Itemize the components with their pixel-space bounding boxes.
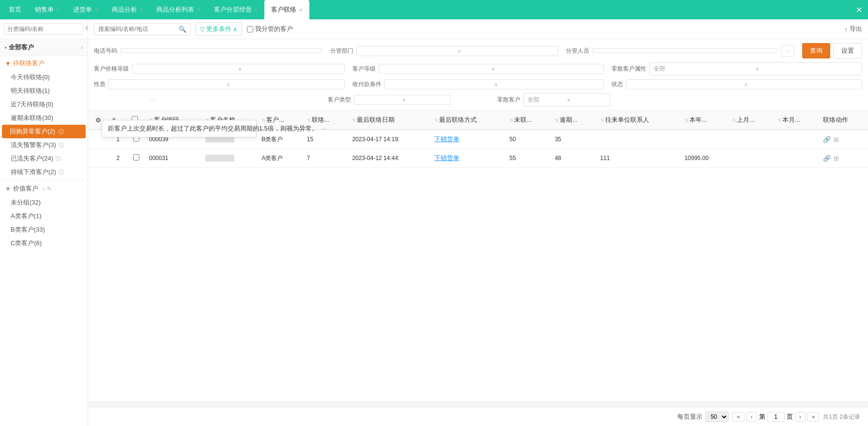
arrow-icon: ▼ bbox=[5, 60, 11, 67]
sidebar-item-class-b[interactable]: B类客户(33) bbox=[0, 223, 88, 236]
total-info: 共1页 2条记录 bbox=[823, 413, 860, 421]
customer-type-field: 客户类型 ∨ bbox=[328, 95, 451, 105]
page-input[interactable] bbox=[767, 412, 785, 422]
gender-select[interactable]: ∨ bbox=[108, 79, 345, 89]
nav-purchase[interactable]: 进货单 × bbox=[66, 0, 105, 19]
phone-input[interactable] bbox=[120, 48, 322, 53]
status-field: 状态 ∨ bbox=[611, 79, 862, 89]
row-category: A类客户 bbox=[258, 149, 303, 168]
sidebar-item-class-c[interactable]: C类客户(6) bbox=[0, 236, 88, 250]
manager-field: 分管人员 ··· bbox=[566, 45, 794, 57]
sidebar-item-class-a[interactable]: A类客户(1) bbox=[0, 209, 88, 223]
last-page-button[interactable]: » bbox=[807, 412, 820, 422]
sidebar-value-group[interactable]: ▼ 价值客户 ○ ✎ bbox=[0, 181, 88, 196]
manager-dots-button[interactable]: ··· bbox=[781, 45, 794, 57]
close-icon[interactable]: × bbox=[197, 7, 200, 13]
manager-input[interactable] bbox=[592, 48, 778, 53]
sidebar-item-loss-warning[interactable]: 流失预警客户(3) ⓘ bbox=[0, 138, 88, 152]
close-icon[interactable]: × bbox=[255, 7, 258, 13]
expand-btn[interactable]: › bbox=[81, 44, 83, 50]
row-check[interactable] bbox=[128, 149, 145, 168]
tooltip-dots: ··· bbox=[321, 125, 327, 132]
close-icon[interactable]: × bbox=[299, 7, 302, 13]
qrcode-action-icon[interactable]: ⊞ bbox=[834, 136, 839, 143]
nav-analysis-list[interactable]: 商品分析列表 × bbox=[150, 0, 207, 19]
retail-attr-select[interactable]: 全部 ∨ bbox=[649, 62, 862, 75]
filter-row-2: 客户价格等级 ∨ 客户等级 ∨ 零散客户属性 全部 bbox=[94, 62, 862, 75]
nav-customer-contact[interactable]: 客户联络 × bbox=[264, 0, 309, 19]
action-buttons: 查询 设置 bbox=[802, 43, 862, 59]
content-area: 🔍 ▽ 更多条件 ∧ 我分管的客户 ↑ 导出 电话号码 bbox=[88, 19, 868, 426]
row-unread: 50 bbox=[505, 130, 551, 149]
search-icon[interactable]: 🔍 bbox=[179, 26, 186, 33]
sidebar-item-repurchase-anomaly[interactable]: 回购异常客户(2) ⓘ bbox=[2, 125, 86, 138]
close-icon[interactable]: × bbox=[95, 7, 98, 13]
filter-icon: ▽ bbox=[200, 26, 205, 33]
sidebar-all-customers-header[interactable]: ▪ 全部客户 › bbox=[0, 39, 88, 56]
payment-select[interactable]: ∨ bbox=[384, 79, 603, 89]
retail-customer-select[interactable]: 全部 ∨ bbox=[523, 93, 610, 106]
nav-home[interactable]: 首页 bbox=[5, 0, 28, 19]
chevron-down-icon: ∨ bbox=[744, 82, 858, 87]
row-gear bbox=[88, 149, 108, 168]
status-select[interactable]: ∨ bbox=[626, 79, 862, 89]
next-page-button[interactable]: › bbox=[795, 412, 806, 422]
link-action-icon[interactable]: 🔗 bbox=[823, 155, 831, 162]
customer-type-select[interactable]: ∨ bbox=[354, 95, 451, 105]
setting-button[interactable]: 设置 bbox=[833, 43, 862, 59]
per-page-control: 每页显示 50 bbox=[677, 411, 729, 422]
contact-method-link[interactable]: 下销货单 bbox=[434, 135, 459, 143]
prev-page-button[interactable]: ‹ bbox=[746, 412, 757, 422]
link-action-icon[interactable]: 🔗 bbox=[823, 136, 831, 143]
horizontal-scrollbar[interactable] bbox=[88, 401, 868, 407]
row-actions: 🔗 ⊞ bbox=[819, 130, 868, 149]
filter-row-1: 电话号码 分管部门 ∨ 分管人员 bbox=[94, 43, 862, 59]
filter-rows: 电话号码 分管部门 ∨ 分管人员 bbox=[88, 39, 868, 111]
col-last-method: 最后联络方式 bbox=[430, 111, 505, 130]
customer-grade-select[interactable]: ∨ bbox=[379, 64, 603, 74]
export-button[interactable]: ↑ 导出 bbox=[845, 25, 863, 33]
window-close-icon[interactable]: ✕ bbox=[856, 5, 862, 15]
close-icon[interactable]: × bbox=[57, 7, 60, 13]
row-last-method: 下销货单 bbox=[430, 130, 505, 149]
info-icon: ⓘ bbox=[59, 142, 64, 148]
gear-icon[interactable]: ⚙ bbox=[95, 117, 101, 124]
export-icon: ↑ bbox=[845, 26, 848, 33]
col-this-month: 本月... bbox=[774, 111, 819, 130]
row-checkbox[interactable] bbox=[133, 154, 139, 161]
close-icon[interactable]: × bbox=[140, 7, 143, 13]
nav-analysis[interactable]: 商品分析 × bbox=[105, 0, 150, 19]
qrcode-action-icon[interactable]: ⊞ bbox=[834, 155, 839, 162]
nav-customer-segments[interactable]: 客户分层经营 × bbox=[207, 0, 264, 19]
price-grade-select[interactable]: ∨ bbox=[132, 64, 345, 74]
sidebar-pending-group[interactable]: ▼ 待联络客户 bbox=[0, 56, 88, 71]
sidebar-item-today-pending[interactable]: 今天待联络(0) bbox=[0, 71, 88, 84]
sidebar-item-ungrouped[interactable]: 未分组(32) bbox=[0, 196, 88, 209]
sidebar-item-declining-customers[interactable]: 持续下滑客户(2) ⓘ bbox=[0, 165, 88, 179]
edit-icons[interactable]: ○ ✎ bbox=[42, 186, 51, 192]
row-actions: 🔗 ⊞ bbox=[819, 149, 868, 168]
sidebar-item-7days-pending[interactable]: 近7天待联络(0) bbox=[0, 98, 88, 111]
sidebar-item-tomorrow-pending[interactable]: 明天待联络(1) bbox=[0, 84, 88, 98]
col-this-year: 本年... bbox=[681, 111, 728, 130]
nav-sales[interactable]: 销售单 × bbox=[28, 0, 66, 19]
per-page-select[interactable]: 50 bbox=[705, 411, 729, 422]
more-conditions-button[interactable]: ▽ 更多条件 ∧ bbox=[196, 22, 242, 36]
row-overdue: 48 bbox=[551, 149, 596, 168]
filter-row-4: ··· 客户类型 ∨ 零散客户 全部 ∨ bbox=[94, 93, 862, 106]
query-button[interactable]: 查询 bbox=[802, 43, 830, 59]
main-layout: 🔍 ▪ 全部客户 › ▼ 待联络客户 今天待联络(0) 明天待联络(1) 近7天… bbox=[0, 19, 868, 426]
dept-select[interactable]: ∨ bbox=[356, 46, 559, 56]
my-customers-checkbox[interactable] bbox=[247, 26, 253, 32]
sidebar-item-lost-customers[interactable]: 已流失客户(24) ⓘ bbox=[0, 152, 88, 165]
customer-grade-field: 客户等级 ∨ bbox=[352, 64, 603, 74]
info-icon: ⓘ bbox=[56, 156, 61, 162]
sidebar-search-input[interactable] bbox=[4, 23, 83, 35]
first-page-button[interactable]: « bbox=[732, 412, 745, 422]
sidebar: 🔍 ▪ 全部客户 › ▼ 待联络客户 今天待联络(0) 明天待联络(1) 近7天… bbox=[0, 19, 88, 426]
sidebar-item-overdue-pending[interactable]: 逾期未联络(30) bbox=[0, 111, 88, 125]
contact-method-link[interactable]: 下销货单 bbox=[434, 154, 459, 162]
row-past-contacts bbox=[596, 130, 681, 149]
search-input[interactable] bbox=[98, 26, 177, 32]
more-dots-button[interactable]: ··· bbox=[150, 96, 155, 103]
